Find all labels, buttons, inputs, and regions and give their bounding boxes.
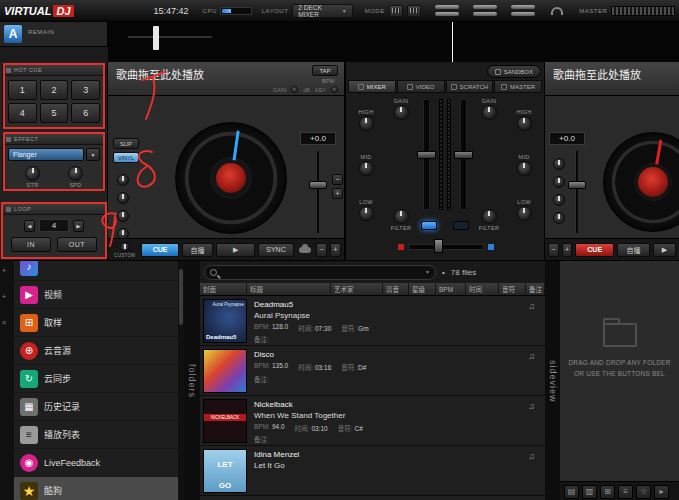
deck-a-volume-fader[interactable] <box>417 151 436 159</box>
deck-b-stutter-button[interactable]: 自播 <box>617 243 650 257</box>
deck-b-volume-fader[interactable] <box>454 151 473 159</box>
gain-knob[interactable] <box>291 86 298 93</box>
deck-a-mid-knob[interactable] <box>359 161 374 176</box>
vinyl-button[interactable]: VINYL <box>113 152 139 163</box>
deck-a-gain-knob[interactable] <box>394 105 409 120</box>
hot-cue-2-button[interactable]: 2 <box>40 80 69 100</box>
hot-cue-3-button[interactable]: 3 <box>71 80 100 100</box>
deck-b-cue-button[interactable]: CUE <box>575 243 614 257</box>
sideview-tab[interactable]: sideview <box>545 261 561 500</box>
grid-view-icon[interactable]: ⊞ <box>600 485 615 499</box>
column-rating[interactable]: 星级 <box>409 283 436 295</box>
deck-b-pitch-slider[interactable] <box>575 150 579 234</box>
stutter-button[interactable]: 自播 <box>182 243 213 257</box>
deck-a-pitch-slider[interactable] <box>316 150 320 234</box>
sidebar-item-livefeedback[interactable]: ◉ LiveFeedback <box>14 449 178 477</box>
deck-b-jog-wheel[interactable] <box>603 132 679 232</box>
column-cover[interactable]: 封面 <box>200 283 247 295</box>
tab-video[interactable]: VIDEO <box>397 80 445 93</box>
cue-button[interactable]: CUE <box>141 243 178 257</box>
column-clean[interactable]: 清音 <box>383 283 409 295</box>
column-key[interactable]: 音符 <box>499 283 526 295</box>
sidebar-item-playlists[interactable]: ≡ 播放列表 <box>14 421 178 449</box>
loop-out-button[interactable]: OUT <box>57 237 97 252</box>
mode-grid-button[interactable] <box>407 5 421 17</box>
deck-a-plus-button[interactable]: + <box>330 243 341 257</box>
tap-button[interactable]: TAP <box>312 65 338 76</box>
search-box[interactable]: ▼ <box>204 265 436 280</box>
sidebar-item-cloud-source[interactable]: ⊕ 云音源 <box>14 337 178 365</box>
sidebar-item-sampler[interactable]: ⊞ 取样 <box>14 309 178 337</box>
add-folder-button[interactable]: + <box>2 267 12 277</box>
deck-b-knob-3[interactable] <box>553 194 565 206</box>
sidebar-item-music[interactable]: ♪ <box>14 261 178 281</box>
tab-master[interactable]: MASTER <box>494 80 542 93</box>
sidebar-item-video[interactable]: ▶ 视频 <box>14 281 178 309</box>
deck-a-high-knob[interactable] <box>359 116 374 131</box>
column-time[interactable]: 时间 <box>466 283 499 295</box>
zoom-slider-handle[interactable] <box>153 26 159 50</box>
deck-a-knob-3[interactable] <box>117 210 129 222</box>
search-input[interactable] <box>221 268 421 277</box>
track-row[interactable]: Disco BPM:135.0 时间:03:16 音符:D# 备注: ♫ <box>200 346 545 396</box>
deck-b-plus-button[interactable]: + <box>562 243 573 257</box>
column-comment[interactable]: 备注 <box>526 283 545 295</box>
loop-half-button[interactable]: ◀ <box>24 220 35 232</box>
tab-mixer[interactable]: MIXER <box>348 80 396 93</box>
more-options-icon[interactable]: ▸ <box>654 485 669 499</box>
crossfader-handle[interactable] <box>434 239 443 253</box>
custom-knob[interactable] <box>120 242 130 252</box>
effect-speed-knob[interactable] <box>68 166 83 181</box>
deck-b-knob-2[interactable] <box>553 176 565 188</box>
mode-wave-button[interactable] <box>389 5 403 17</box>
deck-a-low-knob[interactable] <box>359 206 374 221</box>
deck-b-play-button[interactable]: ▶ <box>653 243 676 257</box>
custom-control[interactable]: CUSTOM <box>111 242 138 258</box>
deck-a-minus-button[interactable]: − <box>316 243 327 257</box>
column-artist[interactable]: 艺术家 <box>331 283 383 295</box>
pitch-minus-button[interactable]: − <box>332 174 343 185</box>
deck-b-minus-button[interactable]: − <box>548 243 559 257</box>
deck-a-knob-1[interactable] <box>117 174 129 186</box>
track-row[interactable]: LET GO Idina Menzel Let It Go ♫ <box>200 446 545 496</box>
deck-a-pitch-handle[interactable] <box>309 181 327 189</box>
split-view-icon[interactable]: ▥ <box>582 485 597 499</box>
hot-cue-panel-header[interactable]: HOT CUE <box>3 65 105 76</box>
deck-b-filter-knob[interactable] <box>482 209 497 224</box>
key-knob[interactable] <box>331 86 338 93</box>
deck-b-track-title[interactable]: 歌曲拖至此处播放 <box>553 66 641 82</box>
deck-b-pitch-handle[interactable] <box>568 181 586 189</box>
hot-cue-5-button[interactable]: 5 <box>40 103 69 123</box>
tab-scratch[interactable]: SCRATCH <box>446 80 494 93</box>
add-item-button[interactable]: + <box>2 293 12 303</box>
track-row[interactable]: NICKELBACK Nickelback When We Stand Toge… <box>200 396 545 446</box>
hot-cue-6-button[interactable]: 6 <box>71 103 100 123</box>
sidebar-item-kugou[interactable]: ★ 酷狗 <box>14 477 178 500</box>
loop-double-button[interactable]: ▶ <box>73 220 84 232</box>
strip-menu-button[interactable]: ≡ <box>2 319 12 329</box>
deck-a-knob-2[interactable] <box>117 192 129 204</box>
folder-view-icon[interactable]: ▤ <box>564 485 579 499</box>
deck-b-knob-1[interactable] <box>553 158 565 170</box>
deck-a-jog-wheel[interactable] <box>175 122 287 234</box>
sidebar-item-history[interactable]: ▦ 历史记录 <box>14 393 178 421</box>
folders-tab[interactable]: folders <box>184 261 200 500</box>
layout-dropdown[interactable]: 2 DECK MIXER ▼ <box>292 4 352 18</box>
deck-b-gain-knob[interactable] <box>482 105 497 120</box>
deck-b-mid-knob[interactable] <box>517 161 532 176</box>
effect-panel-header[interactable]: EFFECT <box>3 134 105 145</box>
effect-strength-knob[interactable] <box>25 166 40 181</box>
sync-button[interactable]: SYNC <box>258 243 293 257</box>
deck-b-high-knob[interactable] <box>517 116 532 131</box>
sandbox-button[interactable]: SANDBOX <box>487 65 541 78</box>
loop-in-button[interactable]: IN <box>11 237 51 252</box>
deck-b-pfl-button[interactable] <box>453 221 469 230</box>
headphones-icon[interactable] <box>551 7 563 15</box>
hot-cue-4-button[interactable]: 4 <box>8 103 37 123</box>
deck-b-low-knob[interactable] <box>517 206 532 221</box>
search-options-icon[interactable]: ▼ <box>425 269 430 275</box>
effect-dropdown-button[interactable]: ▼ <box>86 148 100 161</box>
loop-panel-header[interactable]: LOOP <box>3 204 105 215</box>
deck-a-track-title[interactable]: 歌曲拖至此处播放 <box>116 66 204 82</box>
hot-cue-1-button[interactable]: 1 <box>8 80 37 100</box>
